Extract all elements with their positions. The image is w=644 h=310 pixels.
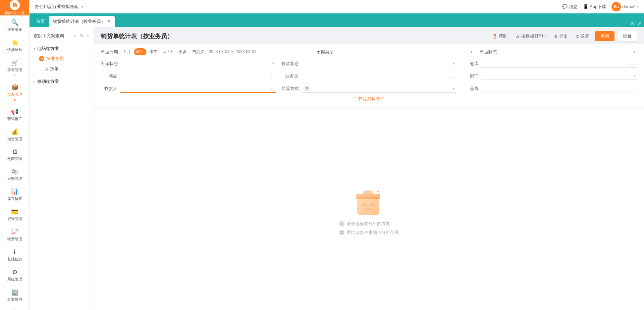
filter-row-3: 商品 … 业务员 … 部门 <box>101 72 637 80</box>
app-download-button[interactable]: 📱 App下载 <box>583 4 606 10</box>
doc-status-select[interactable]: ▾ <box>500 49 637 55</box>
sidebar-item-ecommerce[interactable]: 🖥 电商管理 <box>0 145 30 165</box>
empty-hints: 1 请先选择要分析的方案 2 用过滤条件来缩小分析范围 <box>339 221 399 236</box>
filter-doc-status: 单据状态 ▾ <box>480 49 637 55</box>
sales-icon: 💰 <box>11 128 18 136</box>
query-button[interactable]: 查询 <box>595 31 614 41</box>
print-icon: 🖨 <box>516 34 520 39</box>
collapse-filters-button[interactable]: ⌃ 收起更多条件 <box>101 93 637 104</box>
tab-close-icon[interactable]: ✕ <box>107 19 111 24</box>
user-profile[interactable]: Ea demo2 ▾ <box>611 2 639 11</box>
left-panel: 按以下方案查询 ＋ ✎ « ▾ 电脑端方案 按 按业务员 <box>30 27 94 310</box>
warehouse-select[interactable]: … <box>481 59 637 68</box>
date-tab-custom[interactable]: 自定义 <box>190 48 206 55</box>
salesperson-dots-icon[interactable]: … <box>450 73 454 79</box>
template-print-button[interactable]: 🖨 按模板打印 ▾ <box>513 32 549 41</box>
date-tab-more[interactable]: 更多 <box>177 48 189 55</box>
sidebar-item-sales[interactable]: 💰 销售管理 <box>0 125 30 145</box>
date-tab-last-month[interactable]: 上月 <box>121 48 133 55</box>
warehouse-dots-icon[interactable]: … <box>631 61 635 66</box>
home-tab-label: 首页 <box>36 18 45 24</box>
tree-node-pc-plans[interactable]: ▾ 电脑端方案 <box>30 44 94 54</box>
sidebar-item-newbie[interactable]: 🎓 新手引导 <box>0 305 30 310</box>
payment-select[interactable]: ✕ ▾ <box>302 85 457 93</box>
doc-type-select[interactable]: ▾ <box>336 49 474 55</box>
sidebar-item-operation[interactable]: 📈 经营管理 <box>0 225 30 245</box>
date-tab-this-month[interactable]: 本月 <box>134 48 146 55</box>
payment-dropdown-icon: ▾ <box>453 87 454 90</box>
tree-section-mobile: ▸ 移动端方案 <box>30 75 94 88</box>
sidebar-item-marketing[interactable]: 📢 营销推广 <box>0 105 30 125</box>
sidebar-item-label: 快捷导航 <box>7 47 22 52</box>
sidebar-item-label: 销售管理 <box>7 137 22 142</box>
close-tab-action[interactable]: ✕ <box>630 20 634 27</box>
sidebar-item-wholesale[interactable]: 📦 批发管理 ▲ <box>0 80 30 105</box>
salesperson-select[interactable]: … <box>301 72 457 80</box>
left-panel-header: 按以下方案查询 ＋ ✎ « <box>30 30 94 42</box>
out-status-dropdown-icon: ▾ <box>272 62 274 65</box>
svg-rect-2 <box>363 191 373 195</box>
sidebar-item-purchase[interactable]: 🛍 采购管理 <box>0 165 30 185</box>
payment-clear-icon[interactable]: ✕ <box>304 86 311 91</box>
tree-node-by-order[interactable]: ⊞ 按单 <box>30 64 94 74</box>
date-tabs: 上月 本月 本年 近7天 更多 自定义 2023-03-01 至 2023-03… <box>121 48 256 55</box>
sidebar-item-inventory[interactable]: 📊 库存核算 <box>0 185 30 205</box>
sidebar-item-search[interactable]: 🔍 搜索菜单 <box>0 15 30 36</box>
expand-arrow-icon: ▲ <box>13 98 16 101</box>
sidebar-item-retail[interactable]: 🛒 零售管理 ▾ <box>0 56 30 80</box>
goods-dots-icon[interactable]: … <box>269 73 274 79</box>
refresh-button[interactable]: ↻ 刷新 <box>573 32 592 41</box>
svg-point-5 <box>363 204 365 206</box>
dropdown-icon[interactable]: ▾ <box>81 4 84 9</box>
tab-home[interactable]: 首页 <box>32 16 49 27</box>
export-button[interactable]: ⬇ 导出 <box>551 32 571 41</box>
dept-dropdown-icon: ▾ <box>634 74 635 78</box>
collect-status-select[interactable]: ▾ <box>302 60 457 67</box>
left-panel-actions: ＋ ✎ « <box>71 32 90 40</box>
filter-doc-type: 单据类型 ▾ <box>316 49 474 55</box>
sidebar-item-quick-nav[interactable]: ⭐ 快捷导航 <box>0 36 30 56</box>
brand-dots-icon[interactable]: … <box>631 86 635 91</box>
sidebar-item-label: 系统管理 <box>7 277 22 282</box>
page-title: 销货单统计表（按业务员） <box>101 32 173 40</box>
step-1-num: 1 <box>339 221 344 226</box>
sidebar-item-system[interactable]: ⚙ 系统管理 <box>0 265 30 285</box>
salesperson-label: 业务员 <box>281 73 298 79</box>
doc-type-label: 单据类型 <box>316 49 334 55</box>
date-tab-this-year[interactable]: 本年 <box>148 48 160 55</box>
tree-node-by-salesperson[interactable]: 按 按业务员 <box>30 54 94 64</box>
tree-section-pc: ▾ 电脑端方案 按 按业务员 ⊞ 按单 <box>30 42 94 75</box>
dept-select[interactable]: ▾ <box>481 73 637 80</box>
left-panel-title: 按以下方案查询 <box>34 33 64 39</box>
logo-icon: 畅 <box>10 0 20 10</box>
inventory-icon: 📊 <box>11 188 18 195</box>
date-tab-7days[interactable]: 近7天 <box>161 48 175 55</box>
out-status-select[interactable]: ▾ <box>121 60 276 67</box>
settings-button[interactable]: 设置 <box>617 31 637 42</box>
sidebar-item-company[interactable]: 🏢 企业协同 <box>0 285 30 305</box>
sidebar-item-finance[interactable]: 💳 资金管理 <box>0 205 30 225</box>
consignee-input[interactable]: … <box>120 84 276 93</box>
filter-out-status: 出库状态 ▾ <box>101 60 276 67</box>
filter-row-2: 出库状态 ▾ 收款状态 ▾ 仓库 <box>101 59 637 68</box>
sales-stats-tab-label: 销货单统计表（按业务员） <box>53 18 105 24</box>
sidebar-item-basic[interactable]: ℹ 基础信息 <box>0 245 30 265</box>
message-button[interactable]: 💬 消息 <box>562 4 578 10</box>
avatar: Ea <box>611 2 621 11</box>
edit-plan-button[interactable]: ✎ <box>79 32 84 40</box>
brand-select[interactable]: … <box>481 85 637 93</box>
help-button[interactable]: ❓ 帮助 <box>489 32 510 41</box>
empty-hint-2-text: 用过滤条件来缩小分析范围 <box>346 229 399 236</box>
message-icon: 💬 <box>562 4 568 9</box>
tree-node-mobile-plans[interactable]: ▸ 移动端方案 <box>30 76 94 87</box>
basic-icon: ℹ <box>13 248 16 256</box>
tab-sales-stats[interactable]: 销货单统计表（按业务员） ✕ <box>49 16 115 27</box>
collapse-panel-button[interactable]: « <box>86 32 90 40</box>
svg-point-6 <box>371 204 373 206</box>
doc-status-dropdown-icon: ▾ <box>634 50 635 54</box>
consignee-dots-icon[interactable]: … <box>269 86 274 91</box>
add-plan-button[interactable]: ＋ <box>71 32 77 40</box>
dept-label: 部门 <box>462 73 479 79</box>
expand-tab-action[interactable]: ⤢ <box>637 20 641 27</box>
goods-select[interactable]: … <box>120 72 276 80</box>
